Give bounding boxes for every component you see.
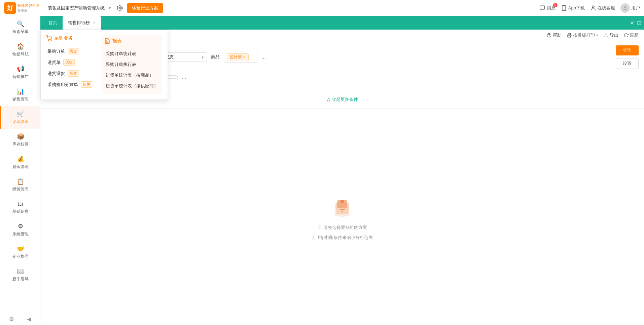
goods-return-history: 历史 [68, 70, 79, 77]
print-btn[interactable]: 按模板打印 ▾ [567, 32, 598, 38]
dropdown-item-goods-stat-by-supplier[interactable]: 进货单统计表（按供应商） [104, 81, 159, 91]
goods-tag-close[interactable]: × [243, 55, 246, 59]
report-section-title-text: 报表 [112, 38, 122, 44]
purchase-order-history: 历史 [68, 48, 79, 54]
tab-close-icon[interactable]: × [93, 21, 96, 25]
sidebar-item-search-label: 搜索菜单 [12, 29, 29, 35]
goods-tag-text: 设计素 [230, 54, 242, 60]
report-section: 报表 采购订单统计表 采购订单执行表 进货单统计表（按商品） 进货单统计表（按供… [102, 35, 162, 94]
sidebar-item-guide[interactable]: 📖 新手引导 [0, 263, 40, 286]
sidebar-item-guide-label: 新手引导 [12, 276, 29, 282]
tab-home-label: 首页 [48, 20, 57, 26]
tab-home[interactable]: 首页 [43, 16, 63, 30]
dropdown-item-purchase-order[interactable]: 采购订单 历史 [46, 46, 94, 57]
sidebar-item-system[interactable]: ⚙ 系统管理 [0, 218, 40, 241]
logo-icon: 好 [4, 2, 16, 14]
svg-point-3 [592, 6, 594, 8]
online-service-btn[interactable]: 在线客服 [590, 5, 615, 11]
sidebar-item-finance[interactable]: 💰 资金管理 [0, 151, 40, 174]
sidebar-item-inventory[interactable]: 📦 库存核算 [0, 129, 40, 151]
sidebar: 🔍 搜索菜单 🏠 快捷导航 📢 营销推广 📊 销售管理 🛒 采购管理 📦 [0, 16, 40, 325]
sidebar-item-inventory-label: 库存核算 [12, 141, 29, 147]
logo-sub: 标准版 [17, 8, 40, 13]
user-btn[interactable]: 用户 [620, 3, 640, 13]
sidebar-item-purchase[interactable]: 🛒 采购管理 [0, 106, 40, 129]
svg-point-14 [341, 210, 343, 212]
goods-stat-by-product-label: 进货单统计表（按商品） [106, 72, 154, 78]
voucher-status-arrow: ▾ [202, 55, 204, 60]
settings-btn2[interactable]: 设置 [616, 58, 639, 69]
svg-point-0 [119, 7, 121, 9]
app-download-btn[interactable]: App下载 [561, 5, 585, 11]
purchase-section: 采购业务 采购订单 历史 进货单 历史 进货退货 历史 采购费用分摊单 历史 [46, 35, 94, 94]
help-btn[interactable]: 帮助 [547, 32, 562, 38]
svg-point-16 [51, 40, 51, 41]
empty-state: ① 请先选择要分析的方案 ② 用[过滤]条件来缩小分析范围 [312, 194, 372, 241]
goods-dots[interactable]: ... [261, 54, 266, 60]
purchase-dropdown: 采购业务 采购订单 历史 进货单 历史 进货退货 历史 采购费用分摊单 历史 报… [40, 30, 168, 100]
settings-icon[interactable] [115, 3, 124, 13]
trial-btn[interactable]: 体验行业方案 [127, 3, 163, 13]
sidebar-item-marketing[interactable]: 📢 营销推广 [0, 61, 40, 84]
content-main: ① 请先选择要分析的方案 ② 用[过滤]条件来缩小分析范围 [40, 109, 644, 325]
sidebar-item-search[interactable]: 🔍 搜索菜单 [0, 16, 40, 39]
service-label: 在线客服 [598, 5, 615, 11]
message-btn[interactable]: 消息 5 [539, 5, 556, 11]
title-arrow-icon[interactable]: ▾ [109, 5, 111, 10]
sidebar-item-base[interactable]: 🗂 基础信息 [0, 196, 40, 218]
tab-close-all-icon[interactable]: ✕ [630, 20, 634, 26]
sidebar-bottom-collapse[interactable]: ◀ [27, 316, 31, 322]
report-section-icon [104, 38, 110, 44]
guide-icon: 📖 [17, 268, 24, 275]
svg-point-12 [341, 200, 344, 203]
goods-return-label: 进货退货 [47, 71, 65, 77]
goods-input[interactable]: 设计素 × [224, 52, 257, 63]
tab-bar: 首页 销售排行榜 × ✕ ⊡ [40, 16, 644, 30]
dropdown-item-goods-return[interactable]: 进货退货 历史 [46, 68, 94, 79]
app-label: App下载 [568, 5, 585, 11]
purchase-expense-label: 采购费用分摊单 [47, 82, 78, 88]
purchase-expense-history: 历史 [81, 81, 92, 88]
operation-icon: 📋 [17, 178, 24, 185]
dropdown-item-purchase-expense[interactable]: 采购费用分摊单 历史 [46, 79, 94, 90]
dropdown-item-order-exec[interactable]: 采购订单执行表 [104, 59, 159, 70]
tab-sales-rank[interactable]: 销售排行榜 × [63, 16, 101, 30]
order-exec-label: 采购订单执行表 [106, 62, 136, 68]
marketing-icon: 📢 [17, 65, 24, 73]
dropdown-item-goods-receipt[interactable]: 进货单 历史 [46, 57, 94, 68]
tab-expand-icon[interactable]: ⊡ [637, 20, 641, 26]
collapse-icon: ⋀ [327, 97, 330, 102]
sidebar-bottom-settings[interactable]: ⚙ [9, 316, 14, 322]
dropdown-item-order-stat[interactable]: 采购订单统计表 [104, 48, 159, 59]
print-label: 按模板打印 [573, 32, 595, 38]
print-arrow-icon: ▾ [596, 33, 598, 38]
user-label: 用户 [631, 5, 640, 11]
goods-tag: 设计素 × [227, 53, 249, 61]
salesman-dots[interactable]: ... [182, 74, 186, 80]
inventory-icon: 📦 [17, 133, 24, 140]
logo-area: 好 畅捷通好生意 标准版 [4, 2, 44, 14]
export-label: 导出 [610, 32, 618, 38]
order-stat-label: 采购订单统计表 [106, 51, 136, 57]
empty-tip2: ② 用[过滤]条件来缩小分析范围 [312, 235, 372, 241]
sidebar-item-quick[interactable]: 🏠 快捷导航 [0, 39, 40, 61]
export-btn[interactable]: 导出 [604, 32, 618, 38]
goods-receipt-label: 进货单 [47, 59, 61, 66]
purchase-section-title: 采购业务 [46, 35, 94, 44]
sidebar-item-operation[interactable]: 📋 经营管理 [0, 174, 40, 196]
goods-receipt-history: 历史 [63, 59, 75, 66]
logo-text-area: 畅捷通好生意 标准版 [17, 3, 40, 12]
top-bar-right: 消息 5 App下载 在线客服 用户 [539, 3, 640, 13]
sidebar-item-finance-label: 资金管理 [12, 164, 29, 170]
refresh-btn[interactable]: 刷新 [624, 32, 639, 38]
collapse-label: 收起更多条件 [332, 96, 358, 103]
sidebar-item-operation-label: 经营管理 [12, 187, 29, 192]
query-btn[interactable]: 查询 [616, 45, 639, 55]
sidebar-item-sales-label: 销售管理 [12, 96, 29, 102]
sidebar-item-sales[interactable]: 📊 销售管理 [0, 84, 40, 106]
sidebar-item-base-label: 基础信息 [12, 209, 29, 214]
svg-point-15 [48, 40, 49, 41]
sidebar-item-enterprise[interactable]: 🤝 企业协同 [0, 241, 40, 263]
dropdown-item-goods-stat-by-product[interactable]: 进货单统计表（按商品） [104, 70, 159, 81]
goods-label: 商品 [211, 54, 220, 60]
